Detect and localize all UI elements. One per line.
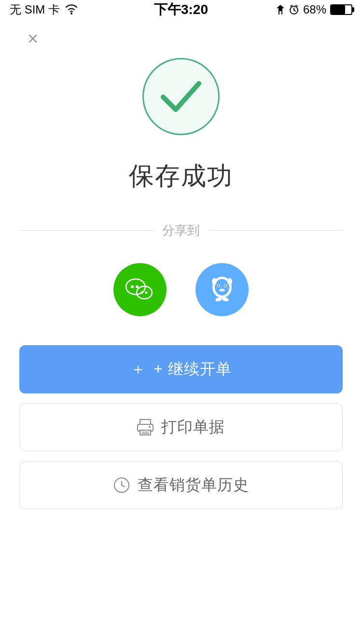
share-divider: 分享到 [19,222,343,239]
svg-point-9 [137,286,152,299]
share-section: 分享到 [19,222,343,316]
success-circle [142,58,220,135]
svg-point-17 [225,285,226,287]
print-label: 打印单据 [161,417,225,438]
svg-point-11 [145,292,148,294]
status-left: 无 SIM 卡 [10,2,78,17]
divider-right [209,230,343,231]
qq-share-button[interactable] [195,263,249,316]
svg-point-0 [70,13,72,14]
close-icon: × [28,29,38,48]
battery-percent: 68% [303,3,326,16]
svg-point-8 [136,285,139,288]
divider-left [19,230,153,231]
history-icon [113,477,130,493]
main-content: 保存成功 分享到 [0,19,362,644]
status-bar: 无 SIM 卡 下午3:20 68% [0,0,362,19]
svg-line-3 [294,10,295,11]
svg-line-4 [291,5,292,6]
continue-label: + 继续开单 [153,359,232,380]
history-button[interactable]: 查看销货单历史 [19,461,343,509]
wifi-icon [65,4,78,15]
continue-button[interactable]: ＋ + 继续开单 [19,345,343,393]
svg-point-20 [227,278,232,285]
battery-icon [330,4,352,15]
action-buttons: ＋ + 继续开单 打印单据 查看销货单历史 [19,345,343,509]
svg-rect-24 [140,430,151,435]
plus-icon: ＋ [130,359,146,380]
svg-point-16 [218,285,220,287]
svg-line-30 [122,485,125,487]
qq-icon [209,274,236,306]
svg-line-5 [296,5,297,6]
success-title: 保存成功 [129,159,233,193]
wechat-icon [124,276,156,303]
share-icons [19,263,343,316]
no-sim-text: 无 SIM 卡 [10,2,60,17]
svg-point-13 [215,279,229,295]
svg-point-18 [219,289,225,292]
wechat-share-button[interactable] [113,263,167,316]
svg-point-7 [131,285,134,288]
alarm-icon [289,4,299,15]
status-right: 68% [276,3,352,16]
share-label: 分享到 [162,222,200,239]
svg-point-27 [149,426,151,428]
svg-point-10 [141,292,143,294]
history-label: 查看销货单历史 [138,475,249,496]
svg-rect-23 [140,420,151,424]
print-icon [137,419,153,435]
status-time: 下午3:20 [154,0,208,19]
svg-point-19 [212,278,217,285]
checkmark-icon [159,79,203,114]
location-icon [276,4,285,15]
print-button[interactable]: 打印单据 [19,403,343,451]
close-button[interactable]: × [19,25,46,52]
